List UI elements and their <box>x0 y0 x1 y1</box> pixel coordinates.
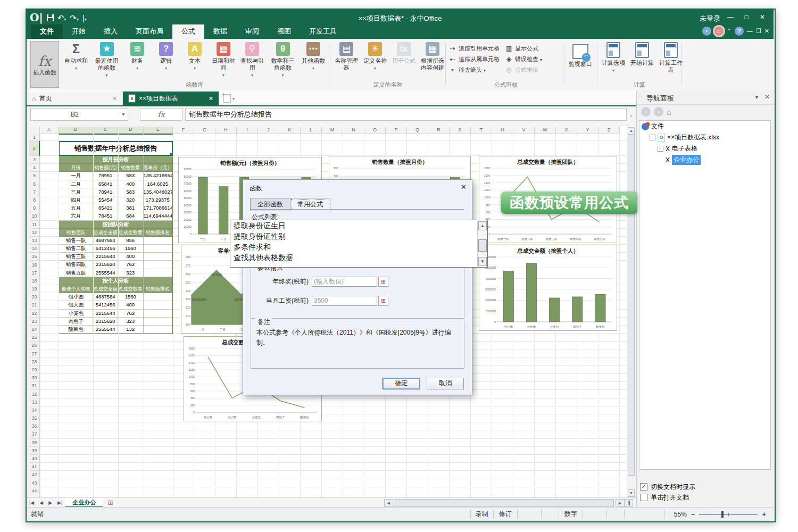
column-header-F[interactable]: F <box>173 127 194 134</box>
collapse-ribbon-icon[interactable]: ⌃ <box>727 28 732 35</box>
scroll-right-edge-icon[interactable]: ▐ <box>624 499 633 507</box>
zoom-slider[interactable] <box>699 514 758 515</box>
checkbox-icon[interactable] <box>640 494 647 501</box>
column-header-T[interactable]: T <box>471 127 492 134</box>
ribbon-trace-precedents-button[interactable]: ⇢追踪引用单元格 <box>448 43 500 54</box>
column-header-Q[interactable]: Q <box>407 127 428 134</box>
list-scroll-down-icon[interactable]: ▼ <box>478 257 487 266</box>
row-header-36[interactable]: 36 <box>29 422 40 430</box>
table-cell[interactable] <box>144 261 172 268</box>
table-cell[interactable]: 2215644 <box>93 310 118 317</box>
list-scroll-up-icon[interactable]: ▲ <box>478 221 487 230</box>
table-cell[interactable]: 包小图 <box>59 293 93 301</box>
row-header-20[interactable]: 20 <box>29 293 40 301</box>
table-cell[interactable]: 销售二队 <box>59 245 93 252</box>
zoom-slider-thumb[interactable] <box>721 511 724 518</box>
table-cell[interactable]: 132 <box>118 326 144 333</box>
last-sheet-icon[interactable]: ▶| <box>55 500 65 505</box>
table-cell[interactable]: 1560 <box>118 245 144 252</box>
menu-tab-4[interactable]: 页面布局 <box>127 24 172 39</box>
name-box[interactable]: B2 ▼ <box>30 108 128 121</box>
row-header-32[interactable]: 32 <box>29 390 40 398</box>
ok-button[interactable]: 确定 <box>383 378 420 389</box>
row-header-40[interactable]: 40 <box>29 455 40 463</box>
ribbon-math-trig-button[interactable]: θ数学和三角函数▾ <box>267 40 299 79</box>
close-tab-icon[interactable]: ✕ <box>209 95 213 102</box>
row-header-28[interactable]: 28 <box>29 358 40 366</box>
table-cell[interactable]: 5412456 <box>93 301 118 309</box>
table-cell[interactable]: 销售四队 <box>59 261 93 268</box>
close-button[interactable]: ✕ <box>755 12 769 22</box>
horizontal-scrollbar[interactable]: ◀ ▶ ▐ <box>384 499 633 506</box>
formula-bar-expand-icon[interactable]: ⌄ <box>629 112 636 118</box>
table-cell[interactable]: 65421 <box>93 204 118 212</box>
row-header-38[interactable]: 38 <box>29 439 40 447</box>
table-cell[interactable]: 320 <box>118 196 144 204</box>
table-cell[interactable]: 583 <box>118 172 144 179</box>
zoom-out-icon[interactable]: − <box>691 510 695 518</box>
column-header-S[interactable]: S <box>450 127 471 134</box>
table-cell[interactable]: 小笼包 <box>59 310 93 317</box>
ribbon-trace-dependents-button[interactable]: ⇠追踪从属单元格 <box>448 54 500 64</box>
ribbon-name-manager-button[interactable]: ▤名称管理器 <box>332 40 361 72</box>
table-cell[interactable]: 400 <box>118 301 144 309</box>
back-icon[interactable]: ‹ <box>702 27 711 36</box>
table-cell[interactable] <box>144 253 172 260</box>
table-cell[interactable]: 583 <box>118 188 144 196</box>
row-header-12[interactable]: 12 <box>29 229 40 237</box>
table-cell[interactable]: 2315620 <box>93 261 118 268</box>
doc-close-button[interactable]: ✕ <box>764 27 769 36</box>
row-header-24[interactable]: 24 <box>29 326 40 334</box>
row-header-27[interactable]: 27 <box>29 350 40 358</box>
table-cell[interactable]: 135.4048027 <box>144 188 172 196</box>
next-sheet-icon[interactable]: ▶ <box>46 500 55 505</box>
sheet-tab-active[interactable]: 企业办公 <box>65 498 103 508</box>
nav-home-icon[interactable]: ⌂ <box>667 107 671 117</box>
row-header-10[interactable]: 10 <box>29 212 40 220</box>
table-cell[interactable]: 164.6025 <box>144 180 172 188</box>
formula-list-item-3[interactable]: 多条件求和 <box>230 242 487 252</box>
table-cell[interactable]: 肉包子 <box>59 318 93 325</box>
nav-checkbox-2[interactable]: 单击打开文档 <box>640 492 771 503</box>
table-cell[interactable]: 171.7086614 <box>144 204 172 212</box>
row-header-21[interactable]: 21 <box>29 301 40 309</box>
menu-tab-3[interactable]: 插入 <box>95 24 127 39</box>
first-sheet-icon[interactable]: |◀ <box>27 500 37 505</box>
table-cell[interactable]: 55454 <box>93 196 118 204</box>
minimize-button[interactable]: — <box>724 12 737 22</box>
table-cell[interactable]: 114.6944444 <box>144 212 172 220</box>
row-header-39[interactable]: 39 <box>29 447 40 455</box>
drag-handle-icon[interactable]: ⁞⁞ <box>638 93 640 98</box>
formula-list-item-1[interactable]: 提取身份证生日 <box>230 220 487 231</box>
nav-forward-icon[interactable]: › <box>654 107 663 117</box>
row-header-13[interactable]: 13 <box>29 237 40 245</box>
table-cell[interactable]: 400 <box>118 180 144 188</box>
chart-total-amount-by-person[interactable]: 总成交金额（按照个人）01000000200000030000004000000… <box>479 245 617 331</box>
row-header-17[interactable]: 17 <box>29 269 40 277</box>
select-all-corner[interactable] <box>29 127 40 134</box>
table-cell[interactable] <box>144 245 172 252</box>
row-header-29[interactable]: 29 <box>29 366 40 374</box>
row-header-9[interactable]: 9 <box>29 204 40 212</box>
table-cell[interactable]: 2555544 <box>93 326 118 333</box>
nav-panel-menu-icon[interactable]: ▼ <box>754 95 759 100</box>
menu-tab-5[interactable]: 公式 <box>172 24 204 39</box>
ribbon-logical-button[interactable]: ?逻辑▾ <box>152 40 180 79</box>
table-cell[interactable]: 78951 <box>93 172 118 179</box>
list-scrollbar[interactable]: ▲ ▼ <box>477 221 487 267</box>
row-header-43[interactable]: 43 <box>29 479 40 487</box>
row-header-2[interactable]: 2 <box>29 141 40 156</box>
ribbon-date-time-button[interactable]: ▦日期和时间▾ <box>209 40 238 79</box>
formula-list-item-4[interactable]: 查找其他表格数据 <box>230 252 487 263</box>
doc-tab-1[interactable]: ⌂首页✕ <box>27 92 123 105</box>
zoom-in-icon[interactable]: + <box>762 510 766 518</box>
column-header-H[interactable]: H <box>215 127 237 134</box>
row-header-15[interactable]: 15 <box>29 253 40 261</box>
row-header-23[interactable]: 23 <box>29 318 40 326</box>
login-status[interactable]: 未登录 <box>700 14 720 23</box>
table-cell[interactable]: 173.29375 <box>144 196 172 204</box>
salary-input[interactable]: 3500 <box>312 296 377 306</box>
checkbox-icon[interactable]: ✓ <box>640 483 647 491</box>
nav-tree-item-2[interactable]: −××项目数据表.xlsx <box>639 132 770 143</box>
row-header-6[interactable]: 6 <box>29 180 40 188</box>
